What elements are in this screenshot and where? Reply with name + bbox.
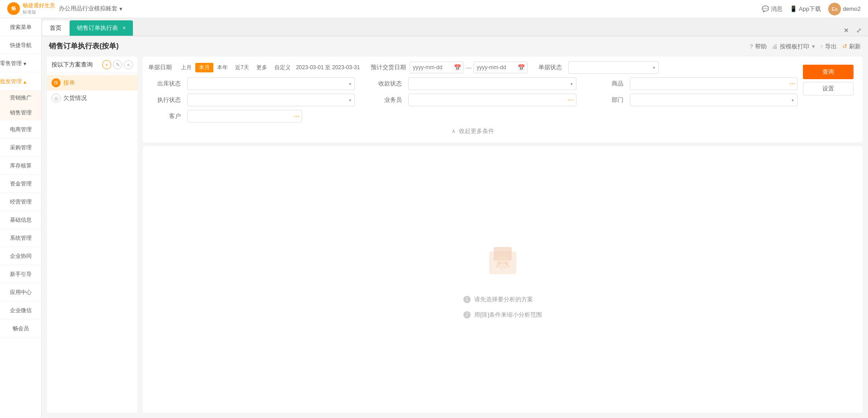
goods-dots-icon[interactable]: ··· xyxy=(788,80,797,88)
date-end-calendar-icon[interactable]: 📅 xyxy=(518,64,525,71)
sidebar-item-ecommerce-mgmt[interactable]: 电商管理 xyxy=(0,120,41,138)
sidebar-item-search-menu[interactable]: 搜索菜单 xyxy=(0,18,41,36)
scheme-add-button[interactable]: + xyxy=(102,60,111,69)
sidebar-item-quick-nav[interactable]: 快捷导航 xyxy=(0,36,41,54)
scheme-item-by-debt[interactable]: ◎ 欠货情况 xyxy=(47,90,137,106)
tab-sales-exec[interactable]: 销售订单执行表 × xyxy=(70,20,133,36)
sidebar-item-corp-collab[interactable]: 企业协同 xyxy=(0,247,41,265)
shipment-status-label: 出库状态 xyxy=(148,80,184,88)
filter-field-single-date: 单据日期 上月 本月 本年 近7天 更多 自定义 xyxy=(148,63,294,72)
department-label: 部门 xyxy=(591,96,627,104)
logo-text-group: 畅捷通好生意 标准版 xyxy=(23,2,55,15)
message-icon: 💬 xyxy=(762,5,769,12)
sidebar-item-new-guide[interactable]: 新手引导 xyxy=(0,265,41,283)
content-area: 首页 销售订单执行表 × ✕ ⤢ 销售订单执行表(按单) xyxy=(42,18,868,418)
message-label: 消息 xyxy=(771,5,783,13)
scheme-item-by-order[interactable]: 按 按单 xyxy=(47,75,137,90)
new-guide-label: 新手引导 xyxy=(0,271,41,278)
payment-status-select-wrap: ▾ xyxy=(408,77,576,90)
customer-input-wrap: ··· xyxy=(187,110,302,123)
app-center-label: 应用中心 xyxy=(0,289,41,296)
scheme-collapse-button[interactable]: « xyxy=(124,60,133,69)
filter-row-2: 出库状态 ▾ xyxy=(148,77,797,90)
export-button[interactable]: ↑ 导出 xyxy=(821,43,837,51)
user-menu[interactable]: Ea demo2 xyxy=(828,3,861,15)
date-tab-last7days[interactable]: 近7天 xyxy=(231,63,253,72)
sidebar-item-biz-mgmt[interactable]: 经营管理 xyxy=(0,193,41,211)
date-quick-tabs: 上月 本月 本年 近7天 更多 自定义 xyxy=(177,63,294,72)
sidebar-sub-item-marketing[interactable]: 营销推广 xyxy=(0,90,41,105)
payment-status-select[interactable] xyxy=(408,77,576,90)
salesperson-input[interactable] xyxy=(409,94,566,106)
sidebar-sub-item-sales-mgmt[interactable]: 销售管理 xyxy=(0,105,41,120)
sidebar-item-basic-info[interactable]: 基础信息 xyxy=(0,211,41,229)
print-dropdown-arrow-icon[interactable]: ▾ xyxy=(812,43,815,50)
sidebar-item-corp-wechat[interactable]: 企业微信 xyxy=(0,301,41,319)
date-tab-last-month[interactable]: 上月 xyxy=(177,63,195,72)
scheme-panel-title: 按以下方案查询 xyxy=(52,61,93,69)
breadcrumb[interactable]: 办公用品行业模拟账套 ▾ xyxy=(59,5,123,13)
tab-home[interactable]: 首页 xyxy=(42,20,69,36)
payment-status-label: 收款状态 xyxy=(369,80,406,88)
salesperson-dots-icon[interactable]: ··· xyxy=(566,96,576,104)
tab-close-button[interactable]: ✕ xyxy=(841,25,852,36)
customer-dots-icon[interactable]: ··· xyxy=(292,112,302,120)
logo-title: 畅捷通好生意 xyxy=(23,2,55,9)
help-button[interactable]: ? 帮助 xyxy=(750,43,766,51)
filter-actions-col: 查询 设置 xyxy=(803,61,857,99)
date-start-calendar-icon[interactable]: 📅 xyxy=(454,64,461,71)
exec-status-select[interactable] xyxy=(187,94,355,106)
print-button[interactable]: 🖨 按模板打印 ▾ xyxy=(772,43,815,51)
collapse-row[interactable]: ∧ 收起更多条件 xyxy=(148,124,797,138)
svg-point-3 xyxy=(498,261,500,264)
date-tab-more[interactable]: 更多 xyxy=(253,63,271,72)
print-icon: 🖨 xyxy=(772,43,778,50)
query-button[interactable]: 查询 xyxy=(803,65,854,79)
corp-collab-label: 企业协同 xyxy=(0,252,41,260)
member-label: 畅会员 xyxy=(0,325,41,332)
order-status-select[interactable] xyxy=(568,61,659,74)
refresh-label: 刷新 xyxy=(849,43,861,51)
empty-state: 1 请先选择要分析的方案 2 用[筛]条件来缩小分析范围 xyxy=(463,146,542,413)
tab-close-icon[interactable]: × xyxy=(123,25,126,31)
corp-wechat-label: 企业微信 xyxy=(0,307,41,314)
sidebar-item-finance-mgmt[interactable]: 资金管理 xyxy=(0,175,41,193)
sidebar-item-inventory-mgmt[interactable]: 库存核算 xyxy=(0,157,41,175)
collapse-label: 收起更多条件 xyxy=(459,128,494,134)
tab-expand-button[interactable]: ⤢ xyxy=(854,25,864,36)
goods-label: 商品 xyxy=(591,80,627,88)
filter-field-goods: 商品 ··· xyxy=(591,77,797,90)
finance-mgmt-label: 资金管理 xyxy=(0,180,41,188)
refresh-button[interactable]: ↺ 刷新 xyxy=(842,43,861,51)
date-tab-custom[interactable]: 自定义 xyxy=(271,63,294,72)
biz-mgmt-label: 经营管理 xyxy=(0,198,41,206)
customer-input[interactable] xyxy=(188,110,292,122)
app-download-button[interactable]: 📱 App下载 xyxy=(790,5,821,13)
sidebar-item-wholesale-mgmt[interactable]: 批发管理 ▴ xyxy=(0,72,41,90)
sidebar-item-retail-mgmt[interactable]: 零售管理 ▾ xyxy=(0,54,41,72)
export-icon: ↑ xyxy=(821,43,824,50)
tab-sales-exec-label: 销售订单执行表 xyxy=(77,24,118,32)
sidebar-item-app-center[interactable]: 应用中心 xyxy=(0,283,41,301)
sales-mgmt-label: 销售管理 xyxy=(10,109,32,116)
inventory-mgmt-label: 库存核算 xyxy=(0,162,41,170)
breadcrumb-text: 办公用品行业模拟账套 xyxy=(59,5,118,13)
filter-field-order-status: 单据状态 ▾ xyxy=(538,61,659,74)
retail-mgmt-arrow-icon: ▾ xyxy=(24,61,26,67)
svg-point-4 xyxy=(505,261,508,264)
department-select[interactable] xyxy=(630,94,797,106)
date-tab-this-month[interactable]: 本月 xyxy=(195,63,213,72)
scheme-edit-button[interactable]: ✎ xyxy=(113,60,122,69)
sidebar-item-purchase-mgmt[interactable]: 采购管理 xyxy=(0,138,41,157)
help-label: 帮助 xyxy=(755,43,767,51)
sidebar-item-member[interactable]: 畅会员 xyxy=(0,319,41,337)
refresh-icon: ↺ xyxy=(842,43,847,50)
message-button[interactable]: 💬 消息 xyxy=(762,5,783,13)
date-tab-this-year[interactable]: 本年 xyxy=(213,63,231,72)
tab-home-label: 首页 xyxy=(50,24,61,32)
goods-input[interactable] xyxy=(630,78,788,90)
shipment-status-select[interactable] xyxy=(187,77,355,90)
settings-button[interactable]: 设置 xyxy=(803,82,854,95)
sidebar-item-sys-mgmt[interactable]: 系统管理 xyxy=(0,229,41,247)
tip-2-text: 用[筛]条件来缩小分析范围 xyxy=(474,309,542,321)
